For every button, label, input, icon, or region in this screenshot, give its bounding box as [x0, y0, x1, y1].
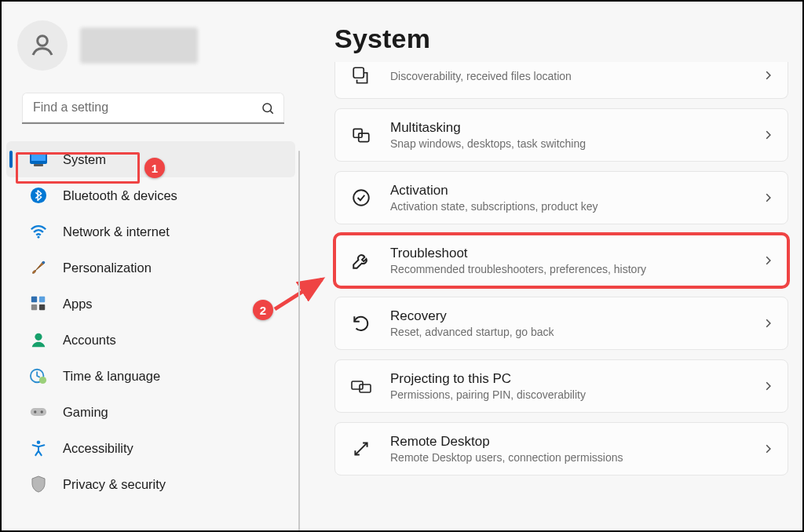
- card-subtitle: Reset, advanced startup, go back: [390, 326, 745, 338]
- system-icon: [30, 151, 47, 168]
- chevron-right-icon: [762, 192, 773, 203]
- remote-desktop-icon: [349, 437, 373, 461]
- svg-rect-25: [352, 381, 363, 389]
- clock-globe-icon: [30, 367, 47, 384]
- card-subtitle: Recommended troubleshooters, preferences…: [390, 263, 745, 275]
- paintbrush-icon: [30, 259, 47, 276]
- svg-rect-16: [31, 408, 46, 416]
- avatar: [17, 20, 68, 71]
- annotation-badge-1: 1: [144, 158, 165, 178]
- wrench-icon: [349, 249, 373, 272]
- sidebar-scrollbar[interactable]: [298, 151, 300, 530]
- share-icon: [349, 64, 373, 87]
- sidebar-item-label: Personalization: [63, 261, 152, 275]
- card-subtitle: Snap windows, desktops, task switching: [390, 137, 745, 150]
- card-title: Activation: [390, 183, 745, 199]
- svg-point-24: [353, 190, 369, 206]
- person-icon: [28, 31, 57, 60]
- svg-rect-21: [353, 67, 364, 78]
- svg-line-2: [270, 111, 272, 113]
- svg-rect-10: [39, 297, 45, 302]
- sidebar-item-time-language[interactable]: Time & language: [2, 358, 300, 394]
- chevron-right-icon: [762, 318, 773, 329]
- search-container: [22, 93, 284, 124]
- svg-rect-9: [31, 297, 37, 302]
- sidebar-item-label: Gaming: [63, 405, 108, 420]
- nav-list: System Bluetooth & devices Network & int…: [2, 141, 300, 502]
- settings-card-list: Discoverability, received files location…: [334, 62, 788, 476]
- sidebar-item-accessibility[interactable]: Accessibility: [2, 430, 300, 466]
- settings-window: System Bluetooth & devices Network & int…: [0, 0, 804, 532]
- recovery-icon: [349, 312, 373, 335]
- multitasking-icon: [349, 123, 373, 147]
- card-title: Remote Desktop: [390, 434, 745, 450]
- sidebar-item-personalization[interactable]: Personalization: [2, 250, 300, 286]
- svg-line-27: [355, 443, 367, 454]
- sidebar-item-label: Time & language: [63, 369, 160, 384]
- chevron-right-icon: [762, 70, 773, 81]
- sidebar-item-label: System: [63, 152, 106, 167]
- card-subtitle: Discoverability, received files location: [390, 70, 745, 82]
- card-nearby-sharing[interactable]: Discoverability, received files location: [334, 62, 788, 99]
- accounts-icon: [30, 331, 47, 348]
- card-troubleshoot[interactable]: Troubleshoot Recommended troubleshooters…: [334, 234, 788, 287]
- svg-point-1: [263, 104, 272, 112]
- card-body: Discoverability, received files location: [390, 68, 745, 82]
- projecting-icon: [349, 374, 373, 398]
- card-body: Projecting to this PC Permissions, pairi…: [390, 371, 745, 401]
- svg-rect-26: [360, 384, 371, 392]
- sidebar-item-label: Privacy & security: [63, 477, 166, 492]
- card-recovery[interactable]: Recovery Reset, advanced startup, go bac…: [334, 297, 788, 350]
- svg-point-18: [41, 410, 43, 413]
- annotation-badge-2: 2: [253, 300, 273, 320]
- main-panel: System Discoverability, received files l…: [300, 2, 802, 530]
- card-projecting[interactable]: Projecting to this PC Permissions, pairi…: [334, 359, 788, 413]
- search-input[interactable]: [22, 93, 284, 124]
- svg-rect-12: [39, 304, 45, 310]
- shield-icon: [30, 476, 47, 493]
- sidebar-item-accounts[interactable]: Accounts: [2, 322, 300, 358]
- card-subtitle: Activation state, subscriptions, product…: [390, 200, 745, 213]
- svg-point-0: [38, 36, 48, 46]
- card-body: Troubleshoot Recommended troubleshooters…: [390, 246, 745, 275]
- chevron-right-icon: [762, 129, 773, 140]
- sidebar-item-label: Network & internet: [63, 224, 170, 239]
- sidebar-item-gaming[interactable]: Gaming: [2, 394, 300, 430]
- svg-rect-4: [31, 154, 46, 161]
- svg-rect-11: [31, 304, 37, 310]
- card-subtitle: Permissions, pairing PIN, discoverabilit…: [390, 388, 745, 401]
- svg-point-19: [37, 440, 41, 444]
- sidebar-item-privacy[interactable]: Privacy & security: [2, 466, 300, 502]
- accessibility-icon: [30, 439, 47, 457]
- card-title: Projecting to this PC: [390, 371, 745, 387]
- svg-point-8: [42, 261, 46, 264]
- search-icon: [261, 101, 275, 115]
- svg-point-13: [35, 333, 42, 341]
- svg-point-7: [38, 236, 40, 239]
- card-body: Multitasking Snap windows, desktops, tas…: [390, 120, 745, 150]
- card-title: Troubleshoot: [390, 246, 745, 261]
- svg-point-17: [34, 410, 36, 413]
- sidebar-item-network[interactable]: Network & internet: [2, 213, 300, 250]
- user-name-redacted: [80, 27, 198, 64]
- check-circle-icon: [349, 186, 373, 210]
- chevron-right-icon: [762, 381, 773, 392]
- card-subtitle: Remote Desktop users, connection permiss…: [390, 451, 745, 464]
- card-remote-desktop[interactable]: Remote Desktop Remote Desktop users, con…: [334, 422, 788, 476]
- card-title: Multitasking: [390, 120, 745, 136]
- bluetooth-icon: [30, 187, 47, 204]
- chevron-right-icon: [762, 443, 773, 454]
- svg-point-15: [39, 377, 46, 384]
- card-body: Remote Desktop Remote Desktop users, con…: [390, 434, 745, 464]
- card-title: Recovery: [390, 308, 745, 324]
- sidebar-item-label: Apps: [63, 297, 93, 312]
- svg-rect-5: [34, 164, 43, 166]
- gamepad-icon: [30, 403, 47, 421]
- sidebar-item-bluetooth[interactable]: Bluetooth & devices: [2, 177, 300, 213]
- sidebar-item-label: Accounts: [63, 333, 116, 348]
- wifi-icon: [30, 223, 47, 240]
- user-header[interactable]: [2, 16, 300, 71]
- card-multitasking[interactable]: Multitasking Snap windows, desktops, tas…: [334, 108, 788, 162]
- card-activation[interactable]: Activation Activation state, subscriptio…: [334, 171, 788, 224]
- page-title: System: [334, 24, 788, 54]
